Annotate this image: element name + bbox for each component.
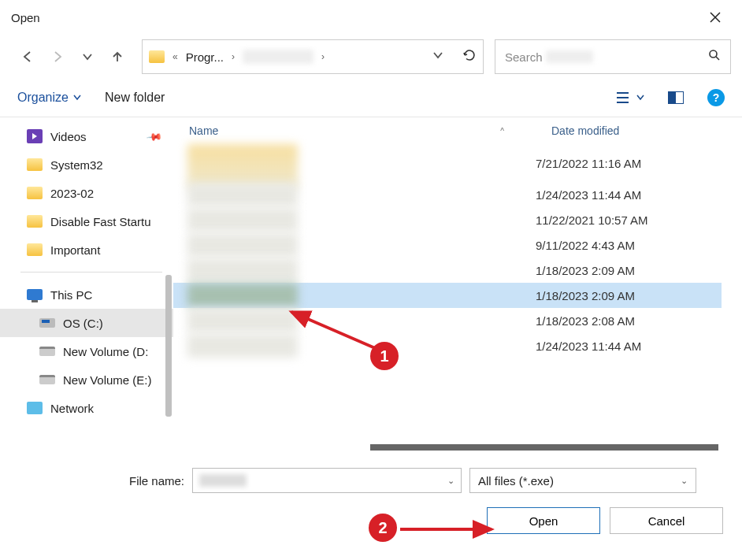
refresh-button[interactable] — [451, 48, 477, 65]
folder-icon — [27, 243, 43, 256]
view-menu[interactable] — [616, 91, 644, 104]
chevron-right-icon: › — [232, 51, 235, 62]
sidebar: Videos 📌 System32 2023-02 Disable Fast S… — [0, 117, 173, 454]
sidebar-item-new-volume-e[interactable]: New Volume (E:) — [0, 365, 173, 394]
drive-icon — [39, 347, 55, 356]
sidebar-item-os-c[interactable]: OS (C:) — [0, 309, 173, 337]
organize-label: Organize — [17, 91, 69, 105]
chevron-down-icon[interactable]: ⌄ — [681, 476, 688, 486]
hscrollbar[interactable] — [370, 444, 718, 451]
videos-icon — [27, 129, 43, 143]
file-row[interactable] — [173, 258, 536, 283]
file-row[interactable] — [173, 182, 536, 207]
filetype-filter[interactable]: All files (*.exe) ⌄ — [469, 468, 696, 493]
blurred-name — [187, 258, 298, 282]
date-cell: 1/18/2023 2:08 AM — [536, 308, 722, 333]
blurred-name — [187, 233, 298, 257]
search-blurred-text — [546, 50, 593, 63]
drive-icon — [39, 375, 55, 384]
sidebar-label: Important — [50, 243, 100, 257]
annotation-step-1: 1 — [370, 342, 399, 370]
sidebar-item-new-volume-d[interactable]: New Volume (D: — [0, 337, 173, 365]
folder-icon — [27, 158, 43, 171]
forward-button[interactable] — [44, 43, 71, 70]
window-title: Open — [11, 11, 40, 24]
sidebar-label: Network — [50, 402, 94, 415]
sidebar-item-important[interactable]: Important — [0, 235, 173, 264]
breadcrumb-sep: « — [173, 51, 178, 62]
drive-icon — [39, 318, 55, 328]
date-cell: 1/18/2023 2:09 AM — [536, 283, 722, 308]
back-button[interactable] — [14, 43, 41, 70]
close-button[interactable] — [699, 2, 731, 33]
svg-line-1 — [291, 312, 386, 353]
organize-menu[interactable]: Organize — [17, 91, 81, 105]
date-cell: 11/22/2021 10:57 AM — [536, 207, 722, 232]
filename-blurred — [199, 474, 247, 487]
file-row[interactable] — [173, 207, 536, 232]
file-row[interactable] — [173, 144, 536, 182]
blurred-name — [187, 309, 298, 332]
date-cell: 1/24/2023 11:44 AM — [536, 333, 722, 358]
address-dropdown[interactable] — [432, 50, 443, 64]
folder-icon — [27, 187, 43, 199]
new-folder-button[interactable]: New folder — [105, 91, 165, 105]
filename-label: File name: — [129, 474, 184, 488]
annotation-step-2: 2 — [369, 514, 397, 542]
sidebar-label: Disable Fast Startu — [50, 215, 151, 228]
breadcrumb-part[interactable]: Progr... — [186, 50, 224, 64]
date-cell: 1/18/2023 2:09 AM — [536, 258, 722, 283]
date-cell: 7/21/2022 11:16 AM — [536, 144, 722, 182]
preview-pane-button[interactable] — [668, 91, 684, 104]
pc-icon — [27, 289, 43, 300]
recent-dropdown[interactable] — [74, 43, 101, 70]
sidebar-item-videos[interactable]: Videos 📌 — [0, 122, 173, 150]
annotation-arrow-2 — [397, 520, 507, 539]
sidebar-label: 2023-02 — [50, 187, 94, 200]
filter-label: All files (*.exe) — [478, 474, 554, 488]
address-bar[interactable]: « Progr... › › — [142, 39, 484, 74]
search-placeholder: Search — [505, 50, 543, 64]
file-list: Name ^ Date modified 7/21/2022 11:16 AM … — [173, 117, 742, 454]
search-input[interactable]: Search — [495, 39, 731, 74]
sidebar-label: Videos — [50, 130, 87, 143]
sidebar-label: OS (C:) — [63, 317, 103, 330]
pin-icon: 📌 — [146, 128, 163, 145]
column-header-date[interactable]: Date modified — [536, 117, 722, 144]
blurred-name — [187, 144, 298, 188]
blurred-name — [187, 334, 298, 358]
blurred-name — [187, 284, 298, 307]
network-icon — [27, 402, 43, 414]
chevron-down-icon[interactable]: ⌄ — [447, 476, 454, 486]
up-button[interactable] — [104, 43, 131, 70]
column-header-name[interactable]: Name ^ — [173, 117, 536, 144]
file-row[interactable] — [173, 232, 536, 258]
breadcrumb-part-blurred[interactable] — [243, 50, 313, 64]
chevron-right-icon: › — [321, 51, 325, 62]
folder-icon — [27, 215, 43, 228]
sidebar-item-disable-fast[interactable]: Disable Fast Startu — [0, 207, 173, 235]
svg-point-0 — [710, 50, 717, 57]
sidebar-label: New Volume (E:) — [63, 373, 152, 387]
cancel-button[interactable]: Cancel — [610, 507, 723, 534]
sidebar-item-2023-02[interactable]: 2023-02 — [0, 179, 173, 207]
sidebar-label: System32 — [50, 158, 103, 172]
blurred-name — [187, 208, 298, 232]
sort-icon: ^ — [500, 127, 504, 135]
help-button[interactable]: ? — [707, 89, 725, 106]
search-icon — [708, 49, 721, 65]
sidebar-label: New Volume (D: — [63, 345, 148, 358]
date-cell: 1/24/2023 11:44 AM — [536, 182, 722, 207]
vscrollbar[interactable] — [165, 275, 172, 417]
sidebar-label: This PC — [50, 288, 92, 302]
folder-icon — [149, 50, 165, 63]
sidebar-item-network[interactable]: Network — [0, 394, 173, 422]
sidebar-item-this-pc[interactable]: This PC — [0, 280, 173, 309]
blurred-name — [187, 183, 298, 206]
date-cell: 9/11/2022 4:43 AM — [536, 232, 722, 258]
col-label: Name — [189, 124, 218, 137]
file-row-selected[interactable] — [173, 283, 536, 308]
filename-input[interactable]: ⌄ — [192, 468, 462, 493]
sidebar-item-system32[interactable]: System32 — [0, 150, 173, 179]
